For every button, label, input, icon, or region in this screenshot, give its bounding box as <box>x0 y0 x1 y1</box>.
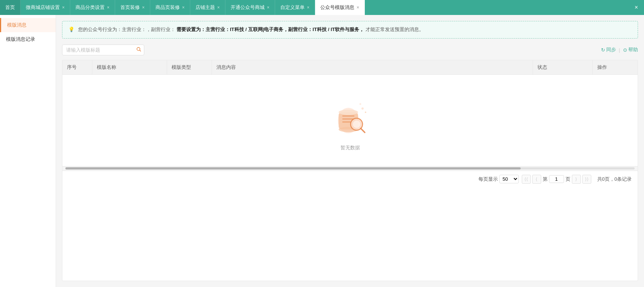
th-index: 序号 <box>62 60 92 74</box>
notice-highlight: 需要设置为：主营行业：IT科技 / 互联网|电子商务，副营行业：IT科技 / I… <box>176 27 364 32</box>
empty-text: 暂无数据 <box>341 144 360 151</box>
page-prefix-label: 第 <box>543 176 548 183</box>
svg-point-10 <box>353 120 360 128</box>
svg-point-14 <box>359 103 361 105</box>
per-page-select: 每页显示 50 10 20 100 <box>478 175 519 183</box>
tab-wsc-store[interactable]: 微商城店铺设置 × <box>21 0 70 15</box>
tab-product-page-label: 商品页装修 <box>155 4 180 11</box>
notice-suffix: 才能正常发送预置的消息。 <box>366 27 424 32</box>
empty-state: 暂无数据 <box>62 75 638 166</box>
tab-home-decor-label: 首页装修 <box>120 4 140 11</box>
tab-product-page[interactable]: 商品页装修 × <box>150 0 190 15</box>
tab-open-mall[interactable]: 开通公众号商城 × <box>225 0 275 15</box>
scrollbar-area[interactable] <box>62 166 638 171</box>
svg-point-0 <box>137 48 140 51</box>
pagination: 每页显示 50 10 20 100 ⟨⟨ ⟨ 第 <box>62 171 638 187</box>
search-divider: | <box>619 47 620 53</box>
sidebar-item-template-msg[interactable]: 模版消息 <box>0 18 56 32</box>
page-nav: ⟨⟨ ⟨ 第 页 ⟩ ⟩⟩ <box>522 175 591 184</box>
th-name: 模版名称 <box>92 60 167 74</box>
sidebar: 模版消息 模版消息记录 <box>0 15 56 287</box>
per-page-dropdown[interactable]: 50 10 20 100 <box>499 175 519 183</box>
tab-store-theme[interactable]: 店铺主题 × <box>190 0 225 15</box>
tab-custom-menu-close[interactable]: × <box>307 5 309 10</box>
data-table: 序号 模版名称 模版类型 消息内容 状态 操作 <box>62 60 638 281</box>
tab-product-category[interactable]: 商品分类设置 × <box>70 0 115 15</box>
empty-illustration <box>330 97 371 138</box>
tab-home-decor-close[interactable]: × <box>142 5 145 10</box>
search-left <box>62 45 144 55</box>
page-number-input[interactable] <box>549 175 564 183</box>
main-content: 💡 您的公众号行业为：主营行业：，副营行业： 需要设置为：主营行业：IT科技 /… <box>56 15 644 287</box>
tab-wsc-store-label: 微商城店铺设置 <box>26 4 60 11</box>
help-icon: ⊙ <box>623 47 627 53</box>
tab-open-mall-label: 开通公众号商城 <box>231 4 265 11</box>
next-page-icon: ⟩ <box>575 177 577 182</box>
per-page-label: 每页显示 <box>478 176 498 183</box>
next-page-button[interactable]: ⟩ <box>572 175 581 184</box>
tab-template-msg-close[interactable]: × <box>357 5 359 10</box>
th-type: 模版类型 <box>167 60 212 74</box>
total-info: 共0页，0条记录 <box>597 176 632 183</box>
prev-page-button[interactable]: ⟨ <box>532 175 541 184</box>
search-icon[interactable] <box>136 47 141 53</box>
notice-icon: 💡 <box>68 27 74 32</box>
notice-prefix: 您的公众号行业为：主营行业：，副营行业： <box>78 27 175 32</box>
svg-point-13 <box>365 112 366 113</box>
tab-product-page-close[interactable]: × <box>182 5 185 10</box>
help-label: 帮助 <box>628 46 638 53</box>
tab-bar-close-all[interactable]: × <box>629 4 644 11</box>
notice-box: 💡 您的公众号行业为：主营行业：，副营行业： 需要设置为：主营行业：IT科技 /… <box>62 21 638 39</box>
tab-home-decor[interactable]: 首页装修 × <box>115 0 150 15</box>
th-content: 消息内容 <box>212 60 533 74</box>
tab-home[interactable]: 首页 <box>0 0 21 15</box>
tab-home-label: 首页 <box>5 4 15 11</box>
tab-custom-menu[interactable]: 自定义菜单 × <box>275 0 315 15</box>
first-page-icon: ⟨⟨ <box>524 177 528 182</box>
last-page-icon: ⟩⟩ <box>585 177 589 182</box>
tab-open-mall-close[interactable]: × <box>267 5 269 10</box>
sidebar-item-template-record-label: 模版消息记录 <box>6 36 35 42</box>
sync-button[interactable]: ↻ 同步 <box>601 46 616 53</box>
last-page-button[interactable]: ⟩⟩ <box>582 175 591 184</box>
svg-point-7 <box>339 110 358 115</box>
sidebar-item-template-msg-label: 模版消息 <box>7 22 27 28</box>
tab-store-theme-label: 店铺主题 <box>195 4 215 11</box>
layout: 模版消息 模版消息记录 💡 您的公众号行业为：主营行业：，副营行业： 需要设置为… <box>0 15 644 287</box>
search-input-wrap <box>62 45 144 55</box>
tab-product-category-label: 商品分类设置 <box>76 4 105 11</box>
table-header: 序号 模版名称 模版类型 消息内容 状态 操作 <box>62 60 638 75</box>
svg-line-1 <box>140 50 141 51</box>
page-suffix-label: 页 <box>566 176 570 183</box>
search-input[interactable] <box>62 45 144 55</box>
sync-label: 同步 <box>606 46 616 53</box>
search-bar: ↻ 同步 | ⊙ 帮助 <box>62 45 638 55</box>
tab-custom-menu-label: 自定义菜单 <box>280 4 305 11</box>
tab-template-msg[interactable]: 公众号模版消息 × <box>315 0 365 15</box>
first-page-button[interactable]: ⟨⟨ <box>522 175 531 184</box>
sidebar-item-template-record[interactable]: 模版消息记录 <box>0 32 56 46</box>
help-button[interactable]: ⊙ 帮助 <box>623 46 638 53</box>
th-status: 状态 <box>533 60 593 74</box>
tab-bar: 首页 微商城店铺设置 × 商品分类设置 × 首页装修 × 商品页装修 × 店铺主… <box>0 0 644 15</box>
scrollbar-track[interactable] <box>65 167 635 170</box>
svg-point-12 <box>361 107 364 110</box>
tab-template-msg-label: 公众号模版消息 <box>320 4 354 11</box>
prev-page-icon: ⟨ <box>536 177 537 182</box>
svg-line-11 <box>361 128 365 132</box>
search-right: ↻ 同步 | ⊙ 帮助 <box>601 46 638 53</box>
scrollbar-thumb[interactable] <box>65 167 521 170</box>
th-action: 操作 <box>593 60 638 74</box>
tab-store-theme-close[interactable]: × <box>217 5 220 10</box>
tab-wsc-store-close[interactable]: × <box>62 5 65 10</box>
sync-icon: ↻ <box>601 47 605 53</box>
tab-product-category-close[interactable]: × <box>107 5 110 10</box>
